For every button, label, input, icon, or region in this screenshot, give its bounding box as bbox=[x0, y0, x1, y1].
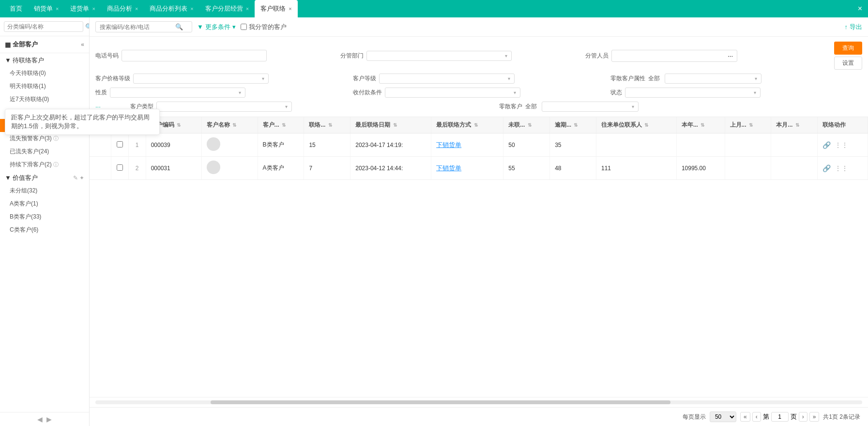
search-input[interactable] bbox=[100, 24, 172, 30]
dots-icon: ··· bbox=[728, 52, 733, 59]
phone-input[interactable] bbox=[122, 50, 267, 61]
row-this-month bbox=[771, 133, 818, 157]
sidebar-left-arrow[interactable]: ◀ bbox=[37, 415, 43, 423]
sidebar-group-pending[interactable]: ▼ 待联络客户 bbox=[0, 53, 89, 67]
filter-customer-level: 客户等级 ▾ bbox=[353, 73, 605, 84]
last-page-btn[interactable]: » bbox=[809, 412, 820, 422]
price-level-select[interactable]: ▾ bbox=[133, 73, 269, 84]
nav-customer-contact[interactable]: 客户联络 × bbox=[255, 0, 297, 17]
nav-sales[interactable]: 销货单 × bbox=[28, 0, 64, 17]
th-unit-contact[interactable]: 往来单位联系人 ⇅ bbox=[596, 117, 676, 133]
customer-type-select[interactable]: ▾ bbox=[156, 102, 292, 112]
my-customers-check[interactable] bbox=[241, 24, 247, 30]
first-page-btn[interactable]: « bbox=[740, 412, 750, 422]
pagination: « ‹ 第 页 › » bbox=[740, 412, 819, 422]
sidebar-right-arrow[interactable]: ▶ bbox=[46, 415, 52, 423]
settings-btn[interactable]: 设置 bbox=[834, 57, 862, 70]
sidebar-search-input[interactable] bbox=[4, 21, 83, 32]
sidebar-group-value[interactable]: ▼ 价值客户 ✎ ✦ bbox=[0, 171, 89, 184]
row-code: 000031 bbox=[146, 157, 201, 180]
th-overdue[interactable]: 逾期... ⇅ bbox=[550, 117, 596, 133]
row-last-method[interactable]: 下销货单 bbox=[431, 157, 503, 180]
sidebar-item-ungrouped[interactable]: 未分组(32) bbox=[0, 184, 89, 197]
payment-chevron-icon: ▾ bbox=[514, 90, 516, 95]
next-page-btn[interactable]: › bbox=[799, 412, 807, 422]
th-last-date[interactable]: 最后联络日期 ⇅ bbox=[350, 117, 431, 133]
row-checkbox[interactable] bbox=[111, 133, 128, 157]
row-last-month bbox=[725, 157, 771, 180]
sidebar-item-a-class[interactable]: A类客户(1) bbox=[0, 197, 89, 210]
row-checkbox[interactable] bbox=[111, 157, 128, 180]
row-actions: 🔗 ⋮⋮ bbox=[818, 133, 868, 157]
action-link-icon[interactable]: 🔗 bbox=[822, 141, 831, 149]
sidebar-item-b-class[interactable]: B类客户(33) bbox=[0, 210, 89, 223]
horizontal-scrollbar[interactable] bbox=[90, 397, 868, 407]
close-product-list-icon[interactable]: × bbox=[190, 6, 193, 12]
th-type[interactable]: 客户... ⇅ bbox=[258, 117, 304, 133]
payment-select[interactable]: ▾ bbox=[385, 88, 520, 98]
scrollbar-thumb[interactable] bbox=[211, 400, 670, 404]
th-uncontacted[interactable]: 未联... ⇅ bbox=[503, 117, 550, 133]
retail-attr-select[interactable]: ▾ bbox=[665, 73, 761, 84]
prev-page-btn[interactable]: ‹ bbox=[752, 412, 761, 422]
status-select[interactable]: ▾ bbox=[625, 88, 761, 98]
sidebar-item-tomorrow[interactable]: 明天待联络(1) bbox=[0, 80, 89, 93]
nature-select[interactable]: ▾ bbox=[110, 88, 245, 98]
query-btn[interactable]: 查询 bbox=[834, 42, 862, 55]
th-last-method[interactable]: 最后联络方式 ⇅ bbox=[431, 117, 503, 133]
total-records: 共1页 2条记录 bbox=[823, 413, 860, 421]
th-this-year[interactable]: 本年... ⇅ bbox=[676, 117, 725, 133]
filter-row-3: 性质 ▾ 收付款条件 ▾ 状态 bbox=[95, 88, 862, 98]
row-last-method[interactable]: 下销货单 bbox=[431, 133, 503, 157]
action-grid-icon[interactable]: ⋮⋮ bbox=[835, 141, 848, 149]
export-btn[interactable]: ↑ 导出 bbox=[845, 23, 863, 31]
row-number: 1 bbox=[128, 133, 146, 157]
filter-panel: 电话号码 分管部门 ▾ 分管人员 ··· bbox=[90, 37, 868, 117]
table-area[interactable]: ⚙ 客户编码 ⇅ 客户名称 ⇅ 客户... ⇅ 联络... ⇅ 最后联络日期 ⇅… bbox=[90, 117, 868, 397]
sidebar-collapse-btn[interactable]: « bbox=[81, 41, 84, 48]
action-grid-icon[interactable]: ⋮⋮ bbox=[835, 164, 848, 172]
nav-customer-tier[interactable]: 客户分层经营 × bbox=[199, 0, 255, 17]
close-sales-icon[interactable]: × bbox=[56, 6, 59, 12]
sidebar-search-area: 🔍 bbox=[0, 17, 89, 36]
edit-icon[interactable]: ✎ ✦ bbox=[73, 175, 84, 181]
manager-select[interactable]: ··· bbox=[611, 50, 737, 62]
more-conditions-btn[interactable]: ▼ 更多条件 ▾ bbox=[197, 23, 236, 31]
table-row: 2 000031 A类客户 7 2023-04-12 14:44: 下销货单 5… bbox=[90, 157, 868, 180]
close-product-analysis-icon[interactable]: × bbox=[135, 6, 138, 12]
sidebar-item-c-class[interactable]: C类客户(6) bbox=[0, 223, 89, 236]
dept-select[interactable]: ▾ bbox=[366, 51, 512, 61]
nav-product-analysis-list[interactable]: 商品分析列表 × bbox=[144, 0, 199, 17]
customer-level-select[interactable]: ▾ bbox=[379, 73, 515, 84]
main-layout: 🔍 ▦ 全部客户 « ▼ 待联络客户 今天待联络(0) 明天待联络(1) 近7天… bbox=[0, 17, 868, 426]
sidebar-item-churned[interactable]: 已流失客户(24) bbox=[0, 145, 89, 158]
retail-customer-select[interactable]: ▾ bbox=[542, 102, 639, 112]
sidebar-item-declining[interactable]: 持续下滑客户(2) ⓘ bbox=[0, 158, 89, 171]
row-actions: 🔗 ⋮⋮ bbox=[818, 157, 868, 180]
close-customer-contact-icon[interactable]: × bbox=[289, 6, 291, 12]
filter-nature: 性质 ▾ bbox=[95, 88, 347, 98]
row-unit-contact bbox=[596, 133, 676, 157]
nav-purchase[interactable]: 进货单 × bbox=[64, 0, 101, 17]
close-purchase-icon[interactable]: × bbox=[92, 6, 95, 12]
th-contact[interactable]: 联络... ⇅ bbox=[304, 117, 350, 133]
retail-attr-chevron-icon: ▾ bbox=[755, 76, 757, 81]
th-last-month[interactable]: 上月... ⇅ bbox=[725, 117, 771, 133]
th-name[interactable]: 客户名称 ⇅ bbox=[202, 117, 258, 133]
action-link-icon[interactable]: 🔗 bbox=[822, 164, 831, 172]
sidebar-item-today[interactable]: 今天待联络(0) bbox=[0, 67, 89, 80]
row-overdue: 48 bbox=[550, 157, 596, 180]
nav-product-analysis[interactable]: 商品分析 × bbox=[101, 0, 144, 17]
search-icon[interactable]: 🔍 bbox=[175, 23, 183, 30]
page-number-input[interactable] bbox=[771, 412, 789, 422]
th-this-month[interactable]: 本月... ⇅ bbox=[771, 117, 818, 133]
grid-icon: ▦ bbox=[5, 41, 11, 48]
page-size-select[interactable]: 50 20 100 bbox=[710, 411, 736, 422]
close-window-icon[interactable]: × bbox=[858, 4, 862, 13]
close-customer-tier-icon[interactable]: × bbox=[246, 6, 249, 12]
sidebar-item-7days[interactable]: 近7天待联络(0) bbox=[0, 93, 89, 106]
row-name bbox=[202, 133, 258, 157]
nav-home[interactable]: 首页 bbox=[4, 0, 28, 17]
my-customers-checkbox: 我分管的客户 bbox=[241, 23, 287, 31]
sidebar-search-icon[interactable]: 🔍 bbox=[85, 23, 90, 30]
